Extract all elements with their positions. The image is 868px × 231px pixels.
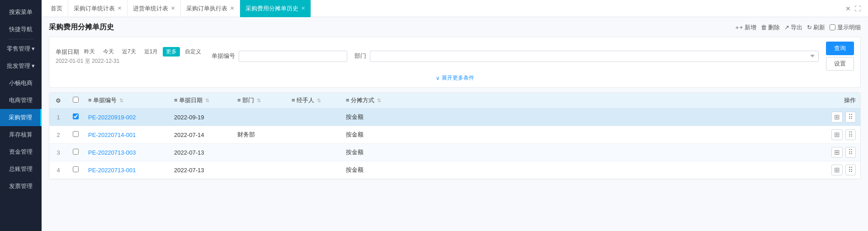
col-header-doc-date[interactable]: ≡ 单据日期 ⇅ [170, 93, 233, 108]
date-btn-today[interactable]: 今天 [100, 47, 117, 57]
expand-more-button[interactable]: ∨ 展开更多条件 [56, 73, 854, 83]
doc-number-group: 单据编号 [212, 51, 347, 62]
table-header-row: ⚙ ≡ 单据编号 ⇅ ≡ 单据日期 ⇅ [49, 93, 860, 108]
sidebar-item-quicknav[interactable]: 快捷导航 [0, 21, 42, 38]
sidebar-item-label: 发票管理 [9, 183, 33, 189]
tab-purchase-order-stats[interactable]: 采购订单统计表 ✕ [68, 0, 127, 17]
row-checkbox-cell[interactable] [67, 161, 84, 179]
sidebar-item-inventory[interactable]: 库存核算 [0, 126, 42, 143]
delete-button[interactable]: 🗑 删除 [761, 24, 780, 32]
row-checkbox[interactable] [73, 131, 79, 137]
sidebar-item-retail[interactable]: 零售管理 ▾ [0, 40, 42, 57]
sidebar-item-search[interactable]: 搜索菜单 [0, 4, 42, 21]
settings-button[interactable]: 设置 [826, 57, 854, 71]
more-icon[interactable]: ⠿ [845, 112, 856, 123]
tab-purchase-exec[interactable]: 采购订单执行表 ✕ [181, 0, 240, 17]
filter-row-1: 单据日期 昨天 今天 近7天 近1月 更多 自定义 2022-01-01 至 2… [56, 42, 854, 71]
export-icon: ↗ [784, 24, 789, 31]
col-header-operation: 操作 [815, 93, 860, 108]
col-header-handler[interactable]: ≡ 经手人 ⇅ [287, 93, 341, 108]
row-method: 按金额 [341, 144, 815, 161]
tab-close-icon[interactable]: ✕ [301, 5, 305, 11]
date-btn-custom[interactable]: 自定义 [182, 47, 204, 57]
col-header-doc-number[interactable]: ≡ 单据编号 ⇅ [84, 93, 170, 108]
tab-bar: 首页 采购订单统计表 ✕ 进货单统计表 ✕ 采购订单执行表 ✕ 采购费用分摊单历… [42, 0, 868, 17]
add-button[interactable]: ＋ + 新增 [734, 24, 756, 32]
export-button[interactable]: ↗ 导出 [784, 24, 802, 32]
sort-icon: ⇅ [377, 98, 381, 103]
row-checkbox[interactable] [73, 149, 79, 155]
edit-icon[interactable]: ⊞ [831, 112, 843, 123]
table-row: 2 PE-20220714-001 2022-07-14 财务部 按金额 ⊞ ⠿ [49, 126, 860, 144]
refresh-button[interactable]: ↻ 刷新 [807, 24, 825, 32]
row-checkbox[interactable] [73, 113, 79, 119]
data-table-container: ⚙ ≡ 单据编号 ⇅ ≡ 单据日期 ⇅ [49, 92, 861, 179]
row-checkbox[interactable] [73, 166, 79, 172]
main-area: 首页 采购订单统计表 ✕ 进货单统计表 ✕ 采购订单执行表 ✕ 采购费用分摊单历… [42, 0, 868, 231]
col-header-dept[interactable]: ≡ 部门 ⇅ [233, 93, 287, 108]
select-all-checkbox[interactable] [73, 97, 79, 103]
settings-gear-icon[interactable]: ⚙ [56, 97, 61, 104]
sidebar-item-ecommerce-small[interactable]: 小畅电商 [0, 75, 42, 92]
page-title: 采购费用分摊单历史 [49, 23, 114, 32]
sidebar-item-invoice[interactable]: 发票管理 [0, 178, 42, 195]
doc-number-link[interactable]: PE-20220714-001 [88, 132, 136, 138]
query-button[interactable]: 查询 [826, 42, 854, 55]
col-header-method[interactable]: ≡ 分摊方式 ⇅ [341, 93, 815, 108]
row-handler [287, 144, 341, 161]
maximize-icon[interactable]: ⛶ [854, 5, 861, 12]
row-dept [233, 108, 287, 126]
tab-purchase-cost-history[interactable]: 采购费用分摊单历史 ✕ [240, 0, 311, 17]
date-btn-7days[interactable]: 近7天 [119, 47, 139, 57]
tab-close-icon[interactable]: ✕ [118, 5, 122, 11]
doc-number-link[interactable]: PE-20220919-002 [88, 114, 136, 121]
sidebar-item-wholesale[interactable]: 批发管理 ▾ [0, 57, 42, 75]
sidebar-item-label: 小畅电商 [9, 80, 33, 86]
refresh-icon: ↻ [807, 24, 812, 31]
row-dept [233, 161, 287, 179]
more-icon[interactable]: ⠿ [845, 129, 856, 140]
date-btn-more[interactable]: 更多 [163, 47, 180, 57]
row-handler [287, 161, 341, 179]
sidebar-item-finance[interactable]: 资金管理 [0, 143, 42, 160]
tab-home[interactable]: 首页 [45, 0, 68, 17]
row-seq: 1 [49, 108, 67, 126]
delete-icon: 🗑 [761, 24, 767, 31]
sidebar-item-label: 采购管理 [9, 114, 32, 121]
doc-number-label: 单据编号 [212, 52, 235, 60]
row-seq: 4 [49, 161, 67, 179]
more-icon[interactable]: ⠿ [845, 147, 856, 158]
sort-icon: ⇅ [205, 98, 209, 103]
row-dept [233, 144, 287, 161]
doc-number-link[interactable]: PE-20220713-003 [88, 149, 136, 156]
date-filter-group: 单据日期 昨天 今天 近7天 近1月 更多 自定义 2022-01-01 至 2… [56, 47, 204, 65]
tab-close-icon[interactable]: ✕ [171, 5, 175, 11]
close-all-icon[interactable]: ✕ [845, 5, 851, 12]
show-columns-checkbox[interactable] [830, 24, 835, 30]
sidebar-item-ecommerce[interactable]: 电商管理 [0, 92, 42, 109]
sidebar-item-label: 批发管理 [7, 62, 30, 69]
row-checkbox-cell[interactable] [67, 126, 84, 144]
row-doc-date: 2022-07-14 [170, 126, 233, 144]
date-btn-yesterday[interactable]: 昨天 [81, 47, 98, 57]
date-btn-1month[interactable]: 近1月 [141, 47, 161, 57]
doc-number-input[interactable] [239, 51, 347, 62]
edit-icon[interactable]: ⊞ [831, 147, 843, 158]
sidebar-item-ledger[interactable]: 总账管理 [0, 160, 42, 178]
tab-inbound-stats[interactable]: 进货单统计表 ✕ [127, 0, 181, 17]
tab-close-icon[interactable]: ✕ [230, 5, 234, 11]
doc-number-link[interactable]: PE-20220713-001 [88, 167, 136, 174]
page-header: 采购费用分摊单历史 ＋ + 新增 🗑 删除 ↗ 导出 ↻ 刷新 [49, 23, 861, 32]
show-columns-toggle[interactable]: 显示明细 [830, 24, 861, 32]
dept-select[interactable] [370, 51, 819, 62]
row-checkbox-cell[interactable] [67, 108, 84, 126]
col-header-checkbox[interactable] [67, 93, 84, 108]
edit-icon[interactable]: ⊞ [831, 129, 843, 140]
sidebar-item-purchase[interactable]: 采购管理 [0, 109, 42, 126]
date-range-display: 2022-01-01 至 2022-12-31 [56, 57, 119, 65]
row-checkbox-cell[interactable] [67, 144, 84, 161]
more-icon[interactable]: ⠿ [845, 165, 856, 175]
col-header-settings[interactable]: ⚙ [49, 93, 67, 108]
chevron-down-icon: ∨ [436, 75, 440, 81]
edit-icon[interactable]: ⊞ [831, 165, 843, 175]
